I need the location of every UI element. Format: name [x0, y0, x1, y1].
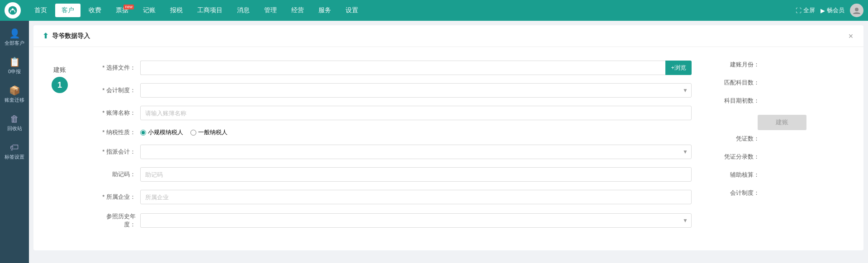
svg-point-1 — [12, 9, 14, 10]
sidebar-item-declaration[interactable]: 📋 0申报 — [0, 53, 29, 80]
main-layout: 👤 全部客户 📋 0申报 📦 账套迁移 🗑 回收站 🏷 标签设置 ⬆ 导爷数据导… — [0, 21, 868, 263]
vouchers-row: 凭证数： — [719, 135, 845, 143]
fullscreen-btn[interactable]: ⛶ 全屏 — [796, 6, 815, 14]
avatar[interactable] — [850, 4, 863, 17]
dialog-panel: ⬆ 导爷数据导入 × 建账 1 * 选择文件： — [33, 25, 863, 250]
file-input[interactable] — [140, 61, 665, 75]
accounting-system-select[interactable] — [140, 83, 692, 98]
nav-messages[interactable]: 消息 — [231, 4, 256, 17]
auxiliary-label: 辅助核算： — [719, 171, 759, 179]
company-input[interactable] — [140, 190, 692, 204]
nav-accounts[interactable]: 记账 — [137, 4, 162, 17]
nav-right-area: ⛶ 全屏 ▶ 畅会员 — [796, 4, 863, 17]
tax-type-radio-group: 小规模纳税人 一般纳税人 — [140, 128, 228, 136]
play-icon: ▶ — [821, 7, 825, 14]
content-area: ⬆ 导爷数据导入 × 建账 1 * 选择文件： — [29, 21, 868, 263]
accounting-system-select-wrap: ▼ — [140, 83, 692, 98]
step-section: 建账 1 — [52, 61, 68, 237]
users-icon: 👤 — [9, 29, 20, 38]
build-month-row: 建账月份： — [719, 61, 845, 69]
sidebar-item-account-transfer[interactable]: 📦 账套迁移 — [0, 81, 29, 108]
build-button[interactable]: 建账 — [758, 115, 806, 130]
sidebar-item-all-clients[interactable]: 👤 全部客户 — [0, 24, 29, 51]
panel-header: ⬆ 导爷数据导入 — [33, 25, 863, 47]
panel-body: 建账 1 * 选择文件： +浏览 — [33, 47, 863, 250]
company-row: * 所属企业： — [95, 190, 692, 204]
tax-type-row: * 纳税性质： 小规模纳税人 一般纳税人 — [95, 128, 692, 136]
app-logo[interactable] — [5, 2, 21, 19]
file-row: * 选择文件： +浏览 — [95, 61, 692, 75]
member-btn[interactable]: ▶ 畅会员 — [821, 6, 844, 14]
nav-operations[interactable]: 经营 — [285, 4, 310, 17]
ledger-name-row: * 账簿名称： — [95, 106, 692, 120]
accounting-system-info-label: 会计制度： — [719, 189, 759, 197]
initial-subjects-row: 科目期初数： — [719, 97, 845, 105]
panel-title: 导爷数据导入 — [52, 32, 90, 40]
file-input-wrap: +浏览 — [140, 61, 692, 75]
voucher-entries-label: 凭证分录数： — [719, 153, 759, 161]
tax-type-label: * 纳税性质： — [95, 128, 136, 136]
nav-clients[interactable]: 客户 — [55, 4, 81, 17]
history-year-label: 参照历史年度： — [95, 212, 136, 229]
sidebar-item-trash[interactable]: 🗑 回收站 — [0, 110, 29, 136]
trash-icon: 🗑 — [10, 114, 19, 123]
nav-home[interactable]: 首页 — [28, 4, 53, 17]
import-icon: ⬆ — [43, 32, 48, 40]
nav-menu: 首页 客户 收费 票据 new 记账 报税 工商项目 消息 管理 经营 服务 设… — [28, 4, 796, 17]
general-taxpayer-radio[interactable]: 一般纳税人 — [190, 128, 228, 136]
accounting-system-row: * 会计制度： ▼ — [95, 83, 692, 98]
new-badge: new — [123, 5, 134, 9]
assign-accountant-select-wrap: ▼ — [140, 145, 692, 159]
initial-subjects-label: 科目期初数： — [719, 97, 759, 105]
accounting-system-label: * 会计制度： — [95, 86, 136, 94]
memo-input[interactable] — [140, 167, 692, 182]
nav-services[interactable]: 服务 — [312, 4, 337, 17]
nav-invoices[interactable]: 票据 new — [109, 4, 135, 17]
fullscreen-icon: ⛶ — [796, 7, 802, 14]
svg-point-2 — [855, 8, 859, 11]
nav-fees[interactable]: 收费 — [82, 4, 108, 17]
assign-accountant-row: * 指派会计： ▼ — [95, 145, 692, 159]
history-year-select[interactable] — [140, 213, 692, 228]
match-subjects-label: 匹配科目数： — [719, 79, 759, 87]
small-taxpayer-input[interactable] — [140, 130, 146, 136]
tag-icon: 🏷 — [10, 143, 19, 152]
step-badge: 1 — [52, 77, 68, 93]
info-section: 建账月份： 匹配科目数： 科目期初数： 建账 — [719, 61, 845, 237]
sidebar: 👤 全部客户 📋 0申报 📦 账套迁移 🗑 回收站 🏷 标签设置 — [0, 21, 29, 263]
accounting-system-info-row: 会计制度： — [719, 189, 845, 197]
general-taxpayer-input[interactable] — [190, 130, 196, 136]
auxiliary-row: 辅助核算： — [719, 171, 845, 179]
form-section: * 选择文件： +浏览 * 会计制度： ▼ — [95, 61, 692, 237]
nav-manage[interactable]: 管理 — [258, 4, 283, 17]
ledger-name-label: * 账簿名称： — [95, 109, 136, 117]
transfer-icon: 📦 — [9, 86, 20, 95]
top-navigation: 首页 客户 收费 票据 new 记账 报税 工商项目 消息 管理 经营 服务 设… — [0, 0, 868, 21]
company-label: * 所属企业： — [95, 193, 136, 201]
nav-business[interactable]: 工商项目 — [191, 4, 229, 17]
memo-label: 助记码： — [95, 170, 136, 178]
assign-accountant-select[interactable] — [140, 145, 692, 159]
vouchers-label: 凭证数： — [719, 135, 759, 143]
history-year-select-wrap: ▼ — [140, 213, 692, 228]
file-label: * 选择文件： — [95, 64, 136, 72]
nav-settings[interactable]: 设置 — [339, 4, 365, 17]
declaration-icon: 📋 — [9, 57, 20, 66]
small-taxpayer-radio[interactable]: 小规模纳税人 — [140, 128, 183, 136]
nav-tax[interactable]: 报税 — [164, 4, 189, 17]
step-label: 建账 — [53, 62, 66, 74]
browse-button[interactable]: +浏览 — [665, 61, 692, 75]
ledger-name-input[interactable] — [140, 106, 692, 120]
build-btn-wrap: 建账 — [719, 115, 845, 130]
history-year-row: 参照历史年度： ▼ — [95, 212, 692, 229]
memo-row: 助记码： — [95, 167, 692, 182]
build-month-label: 建账月份： — [719, 61, 759, 69]
match-subjects-row: 匹配科目数： — [719, 79, 845, 87]
sidebar-item-tag-settings[interactable]: 🏷 标签设置 — [0, 138, 29, 165]
assign-accountant-label: * 指派会计： — [95, 148, 136, 156]
voucher-entries-row: 凭证分录数： — [719, 153, 845, 161]
close-button[interactable]: × — [845, 31, 856, 42]
